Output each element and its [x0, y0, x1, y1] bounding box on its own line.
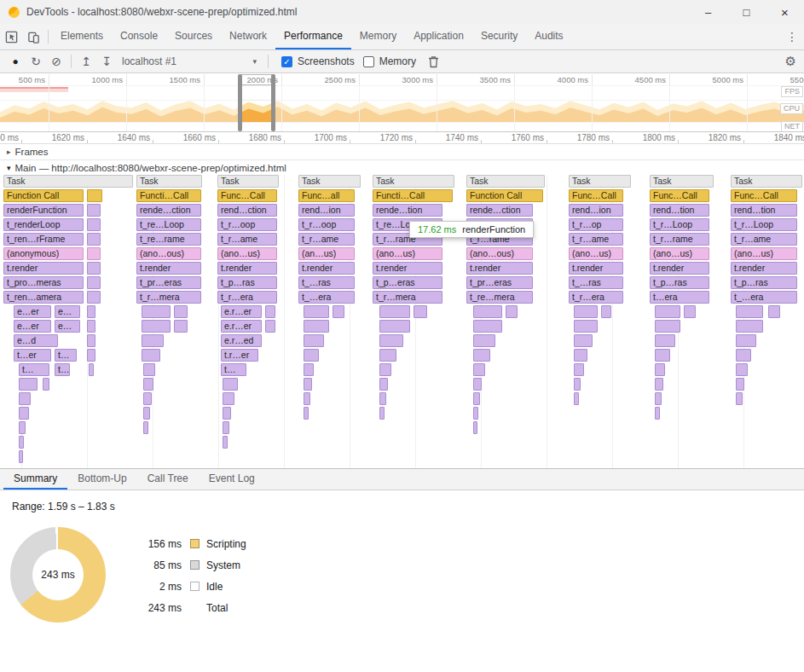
flame-bar[interactable]: t_p…ras	[650, 276, 709, 289]
flame-bar[interactable]	[87, 204, 101, 217]
flame-bar[interactable]	[304, 305, 329, 318]
flame-bar[interactable]	[379, 392, 386, 405]
flame-bar[interactable]	[87, 262, 101, 275]
flame-bar[interactable]: t…era	[650, 291, 709, 304]
flame-bar[interactable]	[19, 421, 26, 434]
flame-bar[interactable]	[655, 392, 662, 405]
flame-bar[interactable]: t_ren…rFrame	[3, 233, 84, 246]
flame-bar[interactable]: e…	[55, 305, 80, 318]
flame-bar[interactable]	[684, 305, 696, 318]
device-toolbar-icon[interactable]	[22, 24, 44, 49]
flame-bar[interactable]	[87, 349, 95, 362]
flame-bar[interactable]: rend…ction	[217, 204, 277, 217]
flame-bar[interactable]: t_p…eras	[373, 276, 442, 289]
flame-bar[interactable]: t…er	[14, 349, 51, 362]
flame-bar[interactable]	[87, 276, 101, 289]
flame-bar[interactable]: t_pr…eras	[466, 276, 533, 289]
flame-task-bar[interactable]: Task	[217, 175, 279, 188]
tab-application[interactable]: Application	[405, 24, 472, 49]
flame-bar[interactable]	[574, 320, 598, 333]
flame-bar[interactable]	[304, 363, 314, 376]
flame-bar[interactable]: (ano…ous)	[466, 247, 533, 260]
flame-bar[interactable]	[43, 378, 49, 391]
clear-recording-icon[interactable]: ⊘	[46, 55, 67, 68]
flame-bar[interactable]: t_r…mera	[373, 291, 442, 304]
flame-bar[interactable]: Func…Call	[731, 189, 797, 202]
flame-bar[interactable]: t_…ras	[298, 276, 355, 289]
flame-bar[interactable]: e.r…er	[221, 305, 262, 318]
flame-bar[interactable]: (ano…us)	[650, 247, 709, 260]
details-tab-event-log[interactable]: Event Log	[199, 469, 265, 490]
flame-task-bar[interactable]: Task	[569, 175, 631, 188]
flame-bar[interactable]	[655, 320, 680, 333]
flame-bar[interactable]	[143, 363, 155, 376]
flame-bar[interactable]: t.render	[298, 262, 355, 275]
flame-bar[interactable]: t.render	[136, 262, 201, 275]
flame-bar[interactable]: Functi…Call	[136, 189, 201, 202]
flame-bar[interactable]: t_r…oop	[298, 218, 355, 231]
flame-bar[interactable]: t_pro…meras	[3, 276, 84, 289]
flame-bar[interactable]: t_renderLoop	[3, 218, 84, 231]
main-track-header[interactable]: Main — http://localhost:8080/webxr-scene…	[0, 160, 804, 175]
flame-bar[interactable]	[87, 247, 101, 260]
flame-bar[interactable]: t.render	[217, 262, 277, 275]
flame-bar[interactable]	[143, 407, 150, 420]
flame-bar[interactable]	[473, 363, 485, 376]
flame-bar[interactable]	[655, 349, 670, 362]
flame-bar[interactable]: t…	[19, 363, 49, 376]
flame-bar[interactable]: t_r…Loop	[650, 218, 709, 231]
flame-bar[interactable]	[736, 363, 748, 376]
flame-bar[interactable]	[265, 320, 275, 333]
tab-audits[interactable]: Audits	[526, 24, 571, 49]
flame-bar[interactable]	[142, 320, 171, 333]
flame-bar[interactable]: t_r…ame	[731, 233, 797, 246]
flame-bar[interactable]: e.r…er	[221, 320, 262, 333]
flame-bar[interactable]: Func…Call	[217, 189, 277, 202]
target-select[interactable]: localhost #1 ▾	[117, 55, 263, 67]
flame-bar[interactable]: Func…Call	[569, 189, 623, 202]
flame-bar[interactable]	[87, 218, 101, 231]
flame-bar[interactable]: t…	[55, 363, 70, 376]
flame-bar[interactable]: renderFunction	[3, 204, 84, 217]
flame-bar[interactable]	[89, 363, 94, 376]
flame-bar[interactable]: t_r…op	[569, 218, 623, 231]
flame-bar[interactable]: (ano…us)	[569, 247, 623, 260]
flame-task-bar[interactable]: Task	[136, 175, 202, 188]
flame-bar[interactable]	[379, 305, 410, 318]
flame-bar[interactable]: rend…ion	[298, 204, 355, 217]
reload-and-profile-icon[interactable]: ↻	[26, 55, 46, 68]
flame-bar[interactable]: rend…ion	[569, 204, 623, 217]
flame-bar[interactable]	[473, 392, 480, 405]
flame-bar[interactable]	[574, 305, 598, 318]
flame-bar[interactable]	[174, 305, 188, 318]
minimize-button[interactable]: –	[689, 0, 727, 24]
flame-bar[interactable]: t_…era	[298, 291, 355, 304]
flame-bar[interactable]: rend…tion	[650, 204, 709, 217]
tab-network[interactable]: Network	[221, 24, 275, 49]
details-tab-summary[interactable]: Summary	[3, 469, 67, 490]
tab-performance[interactable]: Performance	[275, 24, 351, 49]
flame-bar[interactable]: (an…us)	[298, 247, 355, 260]
settings-gear-icon[interactable]: ⚙	[785, 54, 796, 69]
flame-bar[interactable]	[736, 392, 743, 405]
flame-bar[interactable]: t_r…era	[569, 291, 623, 304]
flame-bar[interactable]	[655, 305, 680, 318]
flame-bar[interactable]	[304, 334, 324, 347]
tab-security[interactable]: Security	[472, 24, 526, 49]
flame-bar[interactable]	[655, 407, 660, 420]
flame-bar[interactable]	[655, 334, 675, 347]
flame-bar[interactable]: t_ren…amera	[3, 291, 84, 304]
flame-bar[interactable]: (anonymous)	[3, 247, 84, 260]
flame-task-bar[interactable]: Task	[466, 175, 545, 188]
garbage-collect-icon[interactable]	[428, 55, 439, 68]
flame-bar[interactable]	[265, 305, 275, 318]
flame-bar[interactable]	[304, 349, 319, 362]
save-profile-icon[interactable]: ↧	[96, 55, 117, 68]
selection-left-handle[interactable]	[238, 74, 242, 131]
flame-bar[interactable]	[601, 305, 611, 318]
flame-bar[interactable]	[379, 349, 396, 362]
flame-bar[interactable]	[736, 334, 756, 347]
flame-bar[interactable]	[19, 450, 23, 463]
tab-memory[interactable]: Memory	[351, 24, 405, 49]
flame-bar[interactable]: rende…ction	[466, 204, 533, 217]
